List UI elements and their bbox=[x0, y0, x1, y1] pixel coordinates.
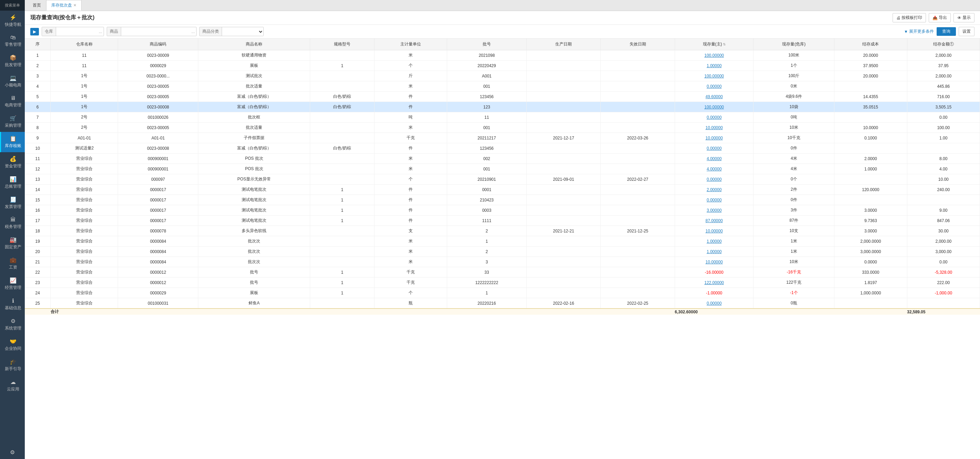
sidebar-item-newbie[interactable]: 🎓新手引导 bbox=[0, 355, 25, 375]
expand-conditions-button[interactable]: ▼ 展开更多条件 bbox=[904, 29, 934, 34]
cell-warehouse: 营业综合 bbox=[51, 226, 118, 236]
action-display-button[interactable]: 👁显示 bbox=[953, 13, 975, 22]
cell-name: 批次次 bbox=[198, 236, 310, 247]
sidebar-item-purchase[interactable]: 🛒采购管理 bbox=[0, 112, 25, 132]
filter-toggle-button[interactable]: ▶ bbox=[30, 28, 39, 35]
cell-qty_main[interactable]: 0.00000 bbox=[675, 174, 754, 185]
sidebar-item-tax[interactable]: 🏛税务管理 bbox=[0, 213, 25, 233]
cell-qty_main[interactable]: 100.00000 bbox=[675, 102, 754, 112]
sidebar-item-hr[interactable]: 💼工资 bbox=[0, 253, 25, 274]
cell-idx: 8 bbox=[25, 123, 51, 133]
category-filter-select[interactable] bbox=[222, 27, 263, 36]
action-export-button[interactable]: 📤导出 bbox=[929, 13, 951, 22]
cell-prod_date bbox=[526, 195, 600, 205]
cell-storage_amount: 10.00 bbox=[907, 174, 980, 185]
sidebar-item-retail[interactable]: 🛍零售管理 bbox=[0, 31, 25, 51]
cell-code: 0000084 bbox=[118, 247, 198, 257]
sidebar-label-fixed-asset: 固定资产 bbox=[5, 244, 21, 250]
sidebar-item-wholesale[interactable]: 📦批发管理 bbox=[0, 51, 25, 71]
cell-qty_main[interactable]: 4.00000 bbox=[675, 154, 754, 164]
cell-warehouse: 营业综合 bbox=[51, 174, 118, 185]
cell-qty_main[interactable]: 0.00000 bbox=[675, 112, 754, 123]
cell-storage_cost: 37.9500 bbox=[834, 61, 907, 71]
sidebar-item-inventory[interactable]: 📋库存核账 bbox=[0, 132, 25, 152]
cell-qty_main[interactable]: -16.00000 bbox=[675, 267, 754, 277]
cell-qty_main[interactable]: 0.00000 bbox=[675, 143, 754, 154]
cell-qty_main[interactable]: 100.00000 bbox=[675, 71, 754, 81]
cell-qty_stock: 4袋9.6件 bbox=[754, 92, 834, 102]
cell-storage_cost: 10.0000 bbox=[834, 123, 907, 133]
cell-batch: 1111 bbox=[447, 215, 527, 226]
cell-batch: 2021098 bbox=[447, 50, 527, 61]
goods-filter-input[interactable] bbox=[121, 28, 190, 35]
sidebar-item-quick-nav[interactable]: ⚡快捷导航 bbox=[0, 11, 25, 31]
cell-code: 000097 bbox=[118, 174, 198, 185]
col-header-qty_main[interactable]: 现存量(主)⇅ bbox=[675, 38, 754, 50]
sidebar-item-ops[interactable]: 📈经营管理 bbox=[0, 274, 25, 294]
cell-warehouse: 营业综合 bbox=[51, 247, 118, 257]
cell-qty_main[interactable]: 3.00000 bbox=[675, 205, 754, 215]
cell-qty_main[interactable]: 0.00000 bbox=[675, 195, 754, 205]
cell-storage_cost: 14.4355 bbox=[834, 92, 907, 102]
sidebar-item-ecom[interactable]: 🖥电商管理 bbox=[0, 92, 25, 112]
warehouse-filter-input[interactable] bbox=[56, 28, 97, 35]
cell-exp_date bbox=[601, 288, 675, 298]
cell-qty_main[interactable]: 49.60000 bbox=[675, 92, 754, 102]
cell-qty_main[interactable]: -1.00000 bbox=[675, 288, 754, 298]
table-footer-row: 合计6,302.6000032,589.05 bbox=[25, 309, 980, 315]
cell-qty_main[interactable]: 1.00000 bbox=[675, 61, 754, 71]
sidebar-item-fixed-asset[interactable]: 🏭固定资产 bbox=[0, 233, 25, 253]
cell-qty_main[interactable]: 10.00000 bbox=[675, 123, 754, 133]
sidebar-icon-hr: 💼 bbox=[10, 257, 16, 263]
cell-storage_amount: 3,000.00 bbox=[907, 247, 980, 257]
action-print-button[interactable]: 🖨按模板打印 bbox=[892, 13, 926, 22]
cell-qty_main[interactable]: 100.00000 bbox=[675, 50, 754, 61]
cell-exp_date: 2021-12-25 bbox=[601, 226, 675, 236]
cell-storage_cost: 120.0000 bbox=[834, 185, 907, 195]
sidebar-icon-general: 📊 bbox=[10, 176, 16, 183]
sidebar-item-basic[interactable]: ℹ基础信息 bbox=[0, 294, 25, 314]
cell-qty_main[interactable]: 10.00000 bbox=[675, 257, 754, 267]
cell-qty_main[interactable]: 1.00000 bbox=[675, 236, 754, 247]
cell-warehouse: 营业综合 bbox=[51, 154, 118, 164]
search-button[interactable]: 查询 bbox=[937, 27, 956, 36]
sidebar-search[interactable]: 搜索菜单 bbox=[0, 0, 25, 11]
sidebar-item-mini-ecom[interactable]: 💻小额电商 bbox=[0, 71, 25, 92]
cell-storage_amount: 716.00 bbox=[907, 92, 980, 102]
cell-prod_date bbox=[526, 50, 600, 61]
cell-qty_main[interactable]: 2.00000 bbox=[675, 185, 754, 195]
table-row: 22营业综合0000012批号1千克33-16.00000-16千克333.00… bbox=[25, 267, 980, 277]
cell-qty_main[interactable]: 0.00000 bbox=[675, 81, 754, 92]
cell-unit: 米 bbox=[374, 236, 447, 247]
cell-prod_date: 2021-12-17 bbox=[526, 133, 600, 143]
cell-qty_main[interactable]: 1.00000 bbox=[675, 247, 754, 257]
cell-qty_main[interactable]: 122.00000 bbox=[675, 277, 754, 288]
sidebar-item-general[interactable]: 📊总账管理 bbox=[0, 172, 25, 193]
cell-qty_main[interactable]: 0.00000 bbox=[675, 298, 754, 309]
cell-storage_cost: 2.0000 bbox=[834, 154, 907, 164]
cell-idx: 24 bbox=[25, 288, 51, 298]
cell-qty_main[interactable]: 10.00000 bbox=[675, 226, 754, 236]
sidebar-item-cloud[interactable]: ☁云应用 bbox=[0, 375, 25, 396]
tab-home[interactable]: 首页 bbox=[27, 0, 46, 11]
sidebar-nav: ⚡快捷导航🛍零售管理📦批发管理💻小额电商🖥电商管理🛒采购管理📋库存核账💰资金管理… bbox=[0, 11, 25, 446]
col-header-spec: 规格型号 bbox=[310, 38, 374, 50]
sidebar-item-collab[interactable]: 🤝企业协同 bbox=[0, 335, 25, 355]
sidebar-label-hr: 工资 bbox=[9, 265, 17, 270]
sidebar-item-invoice[interactable]: 🧾发票管理 bbox=[0, 193, 25, 213]
cell-qty_main[interactable]: 87.00000 bbox=[675, 215, 754, 226]
cell-warehouse: 营业综合 bbox=[51, 164, 118, 174]
cell-spec bbox=[310, 247, 374, 257]
sidebar-item-system[interactable]: ⚙系统管理 bbox=[0, 314, 25, 335]
filter-settings-button[interactable]: 设置 bbox=[959, 27, 975, 36]
cell-qty_main[interactable]: 10.00000 bbox=[675, 133, 754, 143]
cell-spec bbox=[310, 71, 374, 81]
cell-name: 批号 bbox=[198, 277, 310, 288]
cell-storage_cost: 0.0000 bbox=[834, 257, 907, 267]
tab-close-inventory-batch[interactable]: ✕ bbox=[73, 3, 76, 8]
sidebar-settings-icon[interactable]: ⚙ bbox=[0, 446, 25, 459]
cell-warehouse: 营业综合 bbox=[51, 267, 118, 277]
sidebar-item-asset[interactable]: 💰资金管理 bbox=[0, 152, 25, 172]
tab-inventory-batch[interactable]: 库存批次盘✕ bbox=[46, 0, 81, 11]
cell-qty_main[interactable]: 4.00000 bbox=[675, 164, 754, 174]
